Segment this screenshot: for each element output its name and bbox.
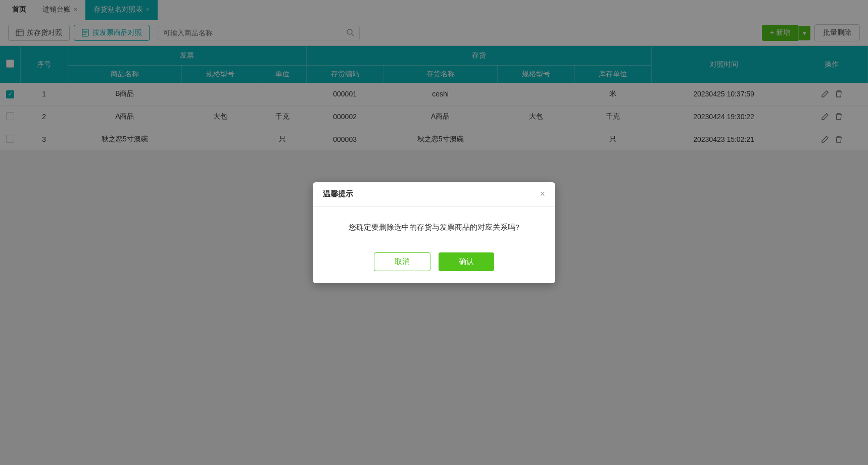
- modal-overlay: 温馨提示 × 您确定要删除选中的存货与发票商品的对应关系吗? 取消 确认: [0, 0, 868, 151]
